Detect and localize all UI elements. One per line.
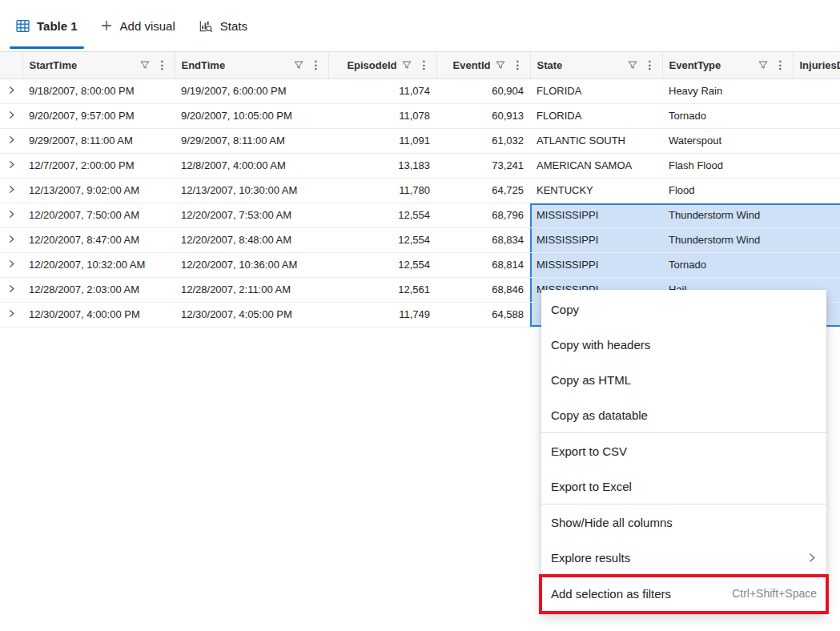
cell-injuriesd[interactable] xyxy=(793,78,840,103)
menu-item-copy-with-headers[interactable]: Copy with headers xyxy=(541,327,826,362)
cell-injuriesd[interactable] xyxy=(793,153,840,178)
cell-eventid[interactable]: 64,588 xyxy=(436,302,530,327)
cell-episodeid[interactable]: 12,554 xyxy=(328,227,436,252)
cell-eventid[interactable]: 68,834 xyxy=(436,227,530,252)
cell-eventid[interactable]: 64,725 xyxy=(436,178,530,203)
cell-endtime[interactable]: 9/20/2007, 10:05:00 PM xyxy=(175,103,328,128)
cell-endtime[interactable]: 12/20/2007, 7:53:00 AM xyxy=(175,203,328,227)
cell-starttime[interactable]: 12/20/2007, 10:32:00 AM xyxy=(22,252,175,277)
row-expand-button[interactable] xyxy=(0,252,22,277)
column-header-starttime[interactable]: StartTime⋮ xyxy=(22,52,175,78)
cell-eventtype[interactable]: Heavy Rain xyxy=(662,78,793,103)
cell-eventid[interactable]: 61,032 xyxy=(436,128,530,153)
row-expand-button[interactable] xyxy=(0,128,22,153)
cell-episodeid[interactable]: 12,554 xyxy=(328,203,436,227)
menu-item-show-hide-all-columns[interactable]: Show/Hide all columns xyxy=(541,504,826,540)
cell-starttime[interactable]: 9/20/2007, 9:57:00 PM xyxy=(22,103,175,128)
cell-eventtype[interactable]: Waterspout xyxy=(662,128,793,153)
cell-state[interactable]: MISSISSIPPI xyxy=(530,252,662,277)
cell-eventtype[interactable]: Tornado xyxy=(662,103,793,128)
cell-eventtype[interactable]: Flash Flood xyxy=(662,153,793,178)
cell-eventid[interactable]: 73,241 xyxy=(436,153,530,178)
cell-state[interactable]: AMERICAN SAMOA xyxy=(530,153,662,178)
row-expand-button[interactable] xyxy=(0,78,22,103)
column-header-eventid[interactable]: EventId⋮ xyxy=(436,52,530,78)
cell-eventid[interactable]: 68,814 xyxy=(436,252,530,277)
cell-starttime[interactable]: 9/29/2007, 8:11:00 AM xyxy=(22,128,175,153)
menu-item-copy-as-html[interactable]: Copy as HTML xyxy=(541,362,826,397)
filter-icon[interactable] xyxy=(294,60,303,70)
menu-item-copy[interactable]: Copy xyxy=(541,291,826,327)
cell-endtime[interactable]: 9/19/2007, 6:00:00 PM xyxy=(175,78,328,103)
cell-endtime[interactable]: 12/20/2007, 8:48:00 AM xyxy=(175,227,328,252)
cell-eventid[interactable]: 60,904 xyxy=(436,78,530,103)
cell-episodeid[interactable]: 11,078 xyxy=(328,103,436,128)
column-menu-icon[interactable]: ⋮ xyxy=(157,59,168,70)
cell-state[interactable]: FLORIDA xyxy=(530,103,662,128)
cell-state[interactable]: FLORIDA xyxy=(530,78,662,103)
cell-injuriesd[interactable] xyxy=(793,203,840,227)
cell-eventid[interactable]: 68,796 xyxy=(436,203,530,227)
menu-item-copy-as-datatable[interactable]: Copy as datatable xyxy=(541,397,826,432)
cell-episodeid[interactable]: 13,183 xyxy=(328,153,436,178)
cell-starttime[interactable]: 12/30/2007, 4:00:00 PM xyxy=(22,302,175,327)
cell-starttime[interactable]: 12/7/2007, 2:00:00 PM xyxy=(22,153,175,178)
row-expand-button[interactable] xyxy=(0,302,22,327)
column-menu-icon[interactable]: ⋮ xyxy=(311,59,322,70)
tab-table-1[interactable]: Table 1 xyxy=(5,0,89,51)
row-expand-button[interactable] xyxy=(0,153,22,178)
column-header-episodeid[interactable]: EpisodeId⋮ xyxy=(328,52,436,78)
filter-icon[interactable] xyxy=(402,60,412,70)
cell-injuriesd[interactable] xyxy=(793,103,840,128)
column-header-injuriesd[interactable]: InjuriesD⋮ xyxy=(793,52,840,78)
cell-eventid[interactable]: 68,846 xyxy=(436,277,530,302)
column-header-state[interactable]: State⋮ xyxy=(530,52,662,78)
cell-episodeid[interactable]: 11,074 xyxy=(328,78,436,103)
row-expand-button[interactable] xyxy=(0,227,22,252)
filter-icon[interactable] xyxy=(628,60,637,70)
column-menu-icon[interactable]: ⋮ xyxy=(419,59,430,70)
cell-starttime[interactable]: 12/13/2007, 9:02:00 AM xyxy=(22,178,175,203)
cell-starttime[interactable]: 12/20/2007, 8:47:00 AM xyxy=(22,227,175,252)
menu-item-export-to-csv[interactable]: Export to CSV xyxy=(541,433,826,468)
filter-icon[interactable] xyxy=(758,60,768,70)
column-menu-icon[interactable]: ⋮ xyxy=(645,59,656,70)
row-expand-button[interactable] xyxy=(0,178,22,203)
add-visual-button[interactable]: Add visual xyxy=(89,0,187,51)
menu-item-add-selection-as-filters[interactable]: Add selection as filtersCtrl+Shift+Space xyxy=(541,576,826,611)
cell-endtime[interactable]: 12/8/2007, 4:00:00 AM xyxy=(175,153,328,178)
cell-eventtype[interactable]: Thunderstorm Wind xyxy=(662,203,793,227)
cell-injuriesd[interactable] xyxy=(793,227,840,252)
row-expand-button[interactable] xyxy=(0,277,22,302)
row-expand-button[interactable] xyxy=(0,203,22,227)
cell-endtime[interactable]: 12/30/2007, 4:05:00 PM xyxy=(175,302,328,327)
column-header-endtime[interactable]: EndTime⋮ xyxy=(175,52,328,78)
filter-icon[interactable] xyxy=(496,60,505,70)
cell-eventtype[interactable]: Tornado xyxy=(662,252,793,277)
cell-eventtype[interactable]: Flood xyxy=(662,178,793,203)
cell-episodeid[interactable]: 11,749 xyxy=(328,302,436,327)
cell-starttime[interactable]: 9/18/2007, 8:00:00 PM xyxy=(22,78,175,103)
cell-endtime[interactable]: 12/28/2007, 2:11:00 AM xyxy=(175,277,328,302)
cell-starttime[interactable]: 12/28/2007, 2:03:00 AM xyxy=(22,277,175,302)
cell-endtime[interactable]: 12/20/2007, 10:36:00 AM xyxy=(175,252,328,277)
row-expand-button[interactable] xyxy=(0,103,22,128)
cell-injuriesd[interactable] xyxy=(793,128,840,153)
stats-button[interactable]: Stats xyxy=(187,0,259,51)
cell-injuriesd[interactable] xyxy=(793,178,840,203)
cell-state[interactable]: MISSISSIPPI xyxy=(530,227,662,252)
cell-starttime[interactable]: 12/20/2007, 7:50:00 AM xyxy=(22,203,175,227)
menu-item-export-to-excel[interactable]: Export to Excel xyxy=(541,468,826,504)
menu-item-explore-results[interactable]: Explore results xyxy=(541,540,826,575)
cell-state[interactable]: MISSISSIPPI xyxy=(530,203,662,227)
cell-eventid[interactable]: 60,913 xyxy=(436,103,530,128)
filter-icon[interactable] xyxy=(140,60,150,70)
cell-episodeid[interactable]: 11,780 xyxy=(328,178,436,203)
cell-state[interactable]: KENTUCKY xyxy=(530,178,662,203)
cell-endtime[interactable]: 12/13/2007, 10:30:00 AM xyxy=(175,178,328,203)
cell-state[interactable]: ATLANTIC SOUTH xyxy=(530,128,662,153)
cell-injuriesd[interactable] xyxy=(793,252,840,277)
cell-episodeid[interactable]: 11,091 xyxy=(328,128,436,153)
cell-episodeid[interactable]: 12,554 xyxy=(328,252,436,277)
cell-episodeid[interactable]: 12,561 xyxy=(328,277,436,302)
